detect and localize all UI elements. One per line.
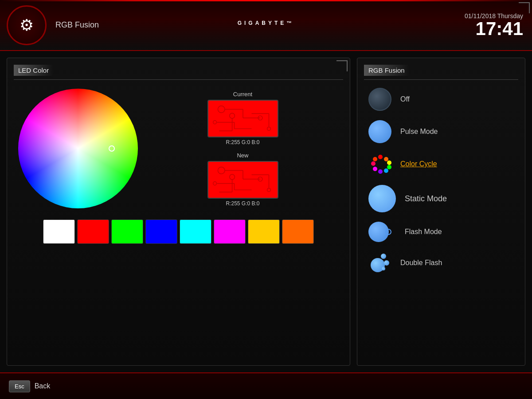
mode-flash[interactable]: Flash Mode xyxy=(364,218,518,246)
current-label: Current xyxy=(207,91,278,98)
color-wheel[interactable] xyxy=(18,89,138,208)
rgb-fusion-panel: RGB Fusion Off Pulse Mode xyxy=(357,58,525,366)
brand-logo: GIGABYTE™ xyxy=(238,18,295,32)
svg-point-15 xyxy=(218,167,225,174)
mode-pulse[interactable]: Pulse Mode xyxy=(364,117,518,147)
swatch-red[interactable] xyxy=(77,219,109,244)
mode-off[interactable]: Off xyxy=(364,84,518,114)
static-icon xyxy=(368,185,396,212)
pulse-label: Pulse Mode xyxy=(400,128,438,136)
off-label: Off xyxy=(400,95,410,103)
pulse-icon xyxy=(368,120,391,143)
bottom-bar: Esc Back xyxy=(0,372,532,399)
flash-label: Flash Mode xyxy=(405,228,442,236)
color-swatches xyxy=(14,215,343,248)
svg-point-14 xyxy=(229,113,235,118)
swatch-cyan[interactable] xyxy=(180,219,211,244)
swatch-orange[interactable] xyxy=(282,219,314,244)
circuit-svg-new xyxy=(208,162,278,199)
svg-point-23 xyxy=(213,181,216,185)
swatch-yellow[interactable] xyxy=(248,219,280,244)
color-cycle-label: Color Cycle xyxy=(400,160,437,168)
color-previews: Current xyxy=(138,91,339,207)
top-bar: ⚙ RGB Fusion GIGABYTE™ 01/11/2018 Thursd… xyxy=(0,0,532,51)
flash-ring xyxy=(385,229,391,235)
double-flash-label: Double Flash xyxy=(400,259,442,267)
current-rgb-value: R:255 G:0 B:0 xyxy=(207,139,278,145)
mode-options: Off Pulse Mode xyxy=(364,84,518,278)
swatch-green[interactable] xyxy=(111,219,143,244)
current-preview-section: Current xyxy=(207,91,278,145)
esc-button[interactable]: Esc xyxy=(9,380,30,392)
new-label: New xyxy=(207,152,278,159)
static-label: Static Mode xyxy=(405,194,447,203)
led-color-panel: LED Color Current xyxy=(7,58,350,366)
svg-point-11 xyxy=(267,127,270,130)
new-rgb-value: R:255 G:0 B:0 xyxy=(207,200,278,207)
mode-color-cycle[interactable]: Color Cycle xyxy=(364,149,518,179)
off-icon xyxy=(368,88,391,111)
app-title: RGB Fusion xyxy=(55,20,99,30)
gear-icon: ⚙ xyxy=(7,5,47,45)
svg-point-29 xyxy=(229,174,235,180)
time-display: 17:41 xyxy=(465,20,523,38)
led-color-panel-title: LED Color xyxy=(14,65,343,80)
new-color-display xyxy=(208,162,278,198)
flash-icon xyxy=(368,222,400,242)
datetime-display: 01/11/2018 Thursday 17:41 xyxy=(465,12,523,38)
svg-point-26 xyxy=(267,188,270,192)
double-flash-icon xyxy=(368,251,391,274)
back-label: Back xyxy=(35,382,51,390)
new-preview-section: New xyxy=(207,152,278,207)
svg-point-0 xyxy=(218,106,225,113)
svg-point-8 xyxy=(213,120,216,124)
current-preview-box xyxy=(207,100,278,137)
mode-static[interactable]: Static Mode xyxy=(364,181,518,216)
rgb-fusion-panel-title: RGB Fusion xyxy=(364,65,518,80)
color-wheel-area: Current xyxy=(14,84,343,208)
swatch-blue[interactable] xyxy=(145,219,177,244)
main-area: LED Color Current xyxy=(0,51,532,372)
mode-double-flash[interactable]: Double Flash xyxy=(364,248,518,278)
color-cycle-icon xyxy=(368,153,391,176)
current-color-display xyxy=(208,101,278,137)
swatch-magenta[interactable] xyxy=(214,219,246,244)
circuit-svg-current xyxy=(208,101,278,137)
wheel-cursor xyxy=(109,145,115,152)
swatch-white[interactable] xyxy=(43,219,75,244)
new-preview-box xyxy=(207,161,278,199)
